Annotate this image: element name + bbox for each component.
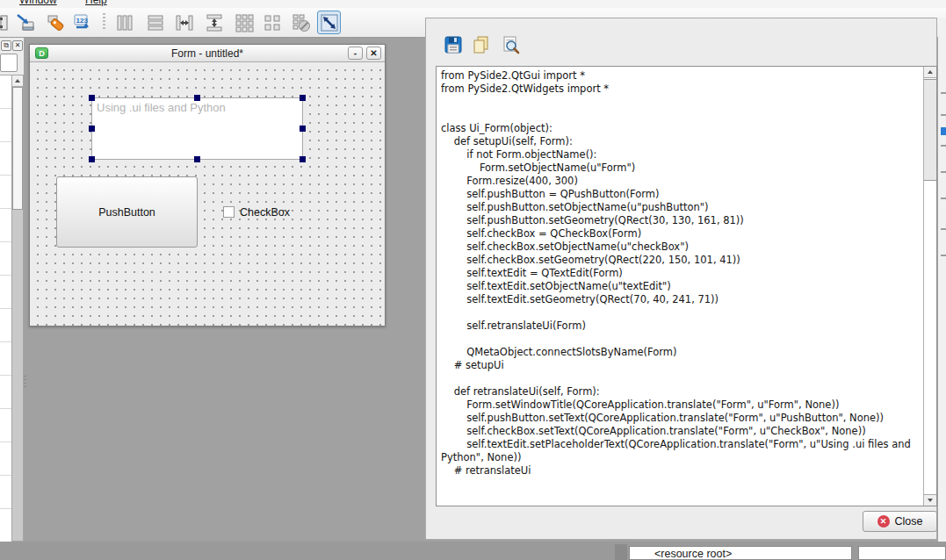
dock-float-button[interactable]: ⧉ xyxy=(1,40,11,51)
dock-close-button[interactable]: ✕ xyxy=(12,40,23,51)
copy-button[interactable] xyxy=(470,33,493,56)
scroll-up-button[interactable] xyxy=(12,75,23,87)
resource-root-item[interactable]: <resource root> xyxy=(654,548,732,560)
code-scrollbar[interactable] xyxy=(923,67,936,506)
edge-tick xyxy=(941,92,946,94)
edge-tick xyxy=(941,171,946,173)
selection-handle-sw[interactable] xyxy=(89,156,95,162)
right-edge-panel xyxy=(938,18,946,542)
code-scrollbar-thumb[interactable] xyxy=(924,79,936,181)
layout-horizontal-icon xyxy=(115,13,134,32)
adjust-size-icon xyxy=(320,13,339,32)
copy-icon xyxy=(472,35,491,54)
splitter-horizontal-icon xyxy=(175,13,194,32)
close-button-label: Close xyxy=(895,515,923,528)
layout-grid-icon xyxy=(235,13,254,32)
edge-tick xyxy=(941,114,946,116)
selection-handle-e[interactable] xyxy=(300,126,306,132)
selection-handle-se[interactable] xyxy=(300,156,306,162)
edit-tab-order-button[interactable]: 123 xyxy=(70,11,94,34)
adjust-size-button[interactable] xyxy=(317,11,341,34)
toolbar-separator xyxy=(103,13,105,31)
widget-list-scrollbar[interactable] xyxy=(11,75,24,542)
edge-tick xyxy=(941,145,946,147)
code-scroll-down-button[interactable] xyxy=(924,494,936,506)
textedit-placeholder: Using .ui files and Python xyxy=(97,101,226,114)
edit-widgets-button[interactable] xyxy=(0,11,11,34)
save-icon xyxy=(444,35,463,54)
layout-vertical-button[interactable] xyxy=(143,11,167,34)
edit-widgets-icon xyxy=(0,14,8,32)
layout-horizontal-button[interactable] xyxy=(112,11,136,34)
break-layout-icon xyxy=(292,13,311,32)
splitter-horizontal-button[interactable] xyxy=(172,11,196,34)
layout-form-icon xyxy=(263,13,282,32)
edit-signals-slots-icon xyxy=(16,13,35,32)
save-button[interactable] xyxy=(442,33,465,56)
splitter-vertical-button[interactable] xyxy=(202,11,226,34)
checkbox-label: CheckBox xyxy=(240,206,290,219)
pushbutton-widget[interactable]: PushButton xyxy=(56,176,198,248)
selection-handle-nw[interactable] xyxy=(89,95,95,101)
form-canvas[interactable]: Using .ui files and Python PushButton Ch… xyxy=(30,62,385,326)
form-window: D Form - untitled* - ✕ Using .ui files a… xyxy=(29,44,386,327)
selection-handle-n[interactable] xyxy=(194,95,200,101)
resource-tree[interactable]: <resource root> xyxy=(629,546,852,560)
selection-handle-w[interactable] xyxy=(89,126,95,132)
form-minimize-button[interactable]: - xyxy=(348,47,363,60)
form-close-button[interactable]: ✕ xyxy=(366,47,381,60)
code-preview-dialog: from PySide2.QtGui import * from PySide2… xyxy=(425,18,937,540)
form-window-titlebar[interactable]: D Form - untitled* - ✕ xyxy=(30,45,385,62)
menu-bar: Window Help xyxy=(0,0,946,8)
edge-tick xyxy=(941,228,946,230)
checkbox-box[interactable] xyxy=(223,206,235,218)
find-icon xyxy=(502,35,521,54)
resource-detail-pane[interactable] xyxy=(858,546,946,560)
break-layout-button[interactable] xyxy=(289,11,313,34)
selection-handle-s[interactable] xyxy=(194,156,200,162)
layout-form-button[interactable] xyxy=(260,11,284,34)
menu-help[interactable]: Help xyxy=(85,0,107,6)
close-icon: ✕ xyxy=(877,515,890,528)
scrollbar-thumb[interactable] xyxy=(12,87,23,210)
designer-badge-icon: D xyxy=(35,47,48,59)
edit-tab-order-icon: 123 xyxy=(73,13,92,32)
code-view[interactable]: from PySide2.QtGui import * from PySide2… xyxy=(436,66,937,506)
resource-browser-bar: <resource root> xyxy=(0,542,946,560)
widget-box-panel: ⧉ ✕ xyxy=(0,38,24,542)
selection-handle-ne[interactable] xyxy=(300,95,306,101)
edit-buddies-button[interactable] xyxy=(44,11,68,34)
layout-grid-button[interactable] xyxy=(232,11,256,34)
splitter-vertical-icon xyxy=(205,13,224,32)
resource-splitter-grip[interactable] xyxy=(615,544,627,560)
dock-resize-handle[interactable] xyxy=(24,376,26,390)
textedit-widget[interactable]: Using .ui files and Python xyxy=(91,97,303,160)
edge-tick xyxy=(941,255,946,256)
edge-selection-mark xyxy=(941,127,946,135)
menu-window[interactable]: Window xyxy=(19,0,57,6)
find-button[interactable] xyxy=(500,33,523,56)
svg-text:123: 123 xyxy=(76,16,88,24)
edit-buddies-icon xyxy=(47,13,66,32)
widget-filter-input[interactable] xyxy=(0,54,18,72)
generated-code[interactable]: from PySide2.QtGui import * from PySide2… xyxy=(437,67,922,480)
code-scroll-up-button[interactable] xyxy=(924,67,936,78)
widget-list[interactable] xyxy=(0,75,11,542)
layout-vertical-icon xyxy=(146,13,165,32)
form-window-title: Form - untitled* xyxy=(30,47,385,60)
close-button[interactable]: ✕ Close xyxy=(863,511,937,532)
checkbox-widget[interactable]: CheckBox xyxy=(223,194,312,230)
edit-signals-slots-button[interactable] xyxy=(13,11,37,34)
edge-tick xyxy=(941,197,946,199)
